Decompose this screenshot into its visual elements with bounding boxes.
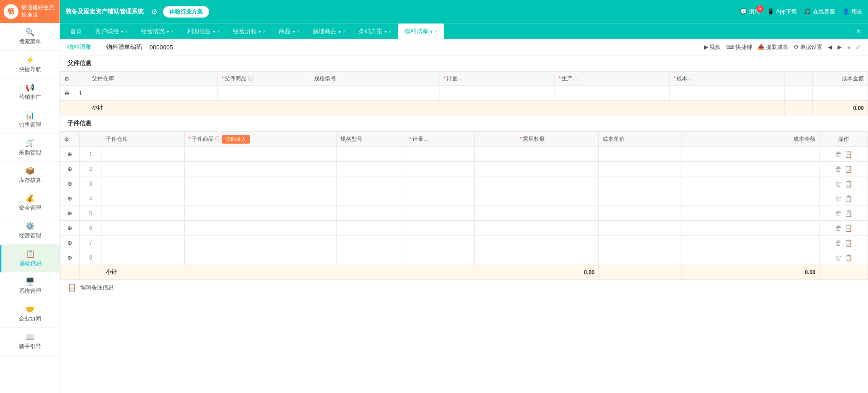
child-row-settings[interactable]: ⊕ [60,147,80,162]
sidebar-item-guide[interactable]: 📖 新手引导 [0,328,60,356]
delete-icon[interactable]: 🗑 [835,210,842,217]
child-unit-cell[interactable] [405,162,474,176]
child-qty-cell[interactable] [516,191,598,206]
child-spec-cell[interactable] [336,206,405,221]
parent-row-settings[interactable]: ⊕ [60,86,73,101]
sidebar-search[interactable]: 🔍 搜索菜单 [0,23,60,51]
sidebar-item-system[interactable]: 🖥️ 系统管理 [0,272,60,300]
child-unit-cell[interactable] [405,191,474,206]
parent-warehouse-cell[interactable] [88,86,218,101]
child-unit-cost-cell[interactable] [598,191,681,206]
child-product-cell[interactable] [185,147,337,162]
child-unit-cell[interactable] [405,221,474,236]
child-spec-cell[interactable] [336,250,405,265]
sidebar-item-finance[interactable]: 💰 资金管理 [0,189,60,217]
copy-icon[interactable]: 📋 [844,239,852,247]
child-qty-cell[interactable] [516,147,598,162]
child-row-settings[interactable]: ⊕ [60,191,80,206]
child-row-settings[interactable]: ⊕ [60,206,80,221]
child-product-cell[interactable] [185,206,337,221]
service-button[interactable]: 🎧 在线客服 [804,8,835,16]
expand-icon-button[interactable]: ⤢ [856,44,861,50]
tab-close-icon[interactable]: × [125,29,128,34]
child-warehouse-cell[interactable] [102,221,184,236]
user-button[interactable]: 👤 用友 [843,8,862,16]
sidebar-item-marketing[interactable]: 📢 营销推广 [0,79,60,106]
parent-product-cell[interactable] [217,86,310,101]
child-unit-cost-cell[interactable] [598,147,681,162]
delete-icon[interactable]: 🗑 [835,165,842,173]
child-unit-cost-cell[interactable] [598,162,681,176]
settings-icon[interactable]: ⚙ [151,7,157,16]
shortcut-button[interactable]: ⌨ 快捷键 [726,43,752,51]
copy-icon[interactable]: 📋 [844,151,852,158]
child-spec-cell[interactable] [336,147,405,162]
child-row-settings[interactable]: ⊕ [60,250,80,265]
sidebar-item-inventory[interactable]: 📦 库存核算 [0,162,60,189]
tab-new-product[interactable]: 新增商品 ▾ × [306,24,352,39]
tab-bom[interactable]: 物料清单 ▾ × [398,24,444,39]
copy-icon[interactable]: 📋 [844,180,852,187]
sidebar-item-enterprise[interactable]: 🤝 企业协同 [0,300,60,328]
tab-operations[interactable]: 经营情况 ▾ × [134,24,180,39]
child-qty-cell[interactable] [516,162,598,176]
child-spec-cell[interactable] [336,176,405,191]
child-spec-cell[interactable] [336,191,405,206]
child-unit-cell[interactable] [405,236,474,250]
child-unit-cost-cell[interactable] [598,221,681,236]
sidebar-item-purchase[interactable]: 🛒 采购管理 [0,134,60,162]
child-warehouse-cell[interactable] [102,250,184,265]
child-product-cell[interactable] [185,221,337,236]
breadcrumb-parent[interactable]: 物料清单 [67,43,91,51]
child-spec-cell[interactable] [336,162,405,176]
child-unit-cost-cell[interactable] [598,176,681,191]
child-product-cell[interactable] [185,176,337,191]
child-warehouse-cell[interactable] [102,162,184,176]
child-qty-cell[interactable] [516,206,598,221]
close-all-icon[interactable]: × [853,27,864,36]
child-warehouse-cell[interactable] [102,236,184,250]
tab-close-icon[interactable]: × [297,29,300,34]
delete-icon[interactable]: 🗑 [835,239,842,247]
parent-cost-cell[interactable] [669,86,784,101]
sidebar-item-base[interactable]: 📋 基础信息 [0,245,60,272]
message-button[interactable]: 💬 消息 6 [740,8,760,16]
child-unit-cost-cell[interactable] [598,250,681,265]
child-qty-cell[interactable] [516,250,598,265]
tab-close-icon[interactable]: × [434,29,437,34]
child-unit-cell[interactable] [405,206,474,221]
app-download-button[interactable]: 📱 App下载 [767,8,797,16]
copy-icon[interactable]: 📋 [844,165,852,173]
delete-icon[interactable]: 🗑 [835,224,842,232]
tab-history[interactable]: 经营历程 ▾ × [226,24,272,39]
delete-icon[interactable]: 🗑 [835,195,842,202]
child-unit-cell[interactable] [405,147,474,162]
tab-customer[interactable]: 客户联络 ▾ × [89,24,134,39]
tab-home[interactable]: 首页 [64,24,89,39]
child-col-settings[interactable]: ⚙ [60,132,80,147]
tab-close-icon[interactable]: × [263,29,265,34]
extract-cost-button[interactable]: 📥 提取成本 [758,43,788,51]
video-button[interactable]: ▶ 视频 [704,43,721,51]
tab-profit[interactable]: 利润报告 ▾ × [181,24,226,39]
child-row-settings[interactable]: ⊕ [60,221,80,236]
trial-button[interactable]: 体验行业方案 [163,6,209,18]
menu-icon-button[interactable]: ≡ [847,44,850,50]
child-product-cell[interactable] [185,162,337,176]
scan-button[interactable]: 扫码录入 [222,135,250,144]
child-product-cell[interactable] [185,236,337,250]
child-warehouse-cell[interactable] [102,147,184,162]
nav-prev-button[interactable]: ◀ [828,44,832,50]
child-qty-cell[interactable] [516,176,598,191]
child-unit-cost-cell[interactable] [598,206,681,221]
child-product-cell[interactable] [185,191,337,206]
tab-barcode[interactable]: 条码方案 ▾ × [352,24,398,39]
sidebar-item-quicknav[interactable]: ⚡ 快捷导航 [0,51,60,79]
child-qty-cell[interactable] [516,221,598,236]
delete-icon[interactable]: 🗑 [835,254,842,261]
tab-close-icon[interactable]: × [171,29,174,34]
single-settings-button[interactable]: ⚙ 单据设置 [794,43,822,51]
child-row-settings[interactable]: ⊕ [60,176,80,191]
sidebar-item-operations[interactable]: ⚙️ 经营管理 [0,217,60,245]
parent-col-settings[interactable]: ⚙ [60,72,73,86]
